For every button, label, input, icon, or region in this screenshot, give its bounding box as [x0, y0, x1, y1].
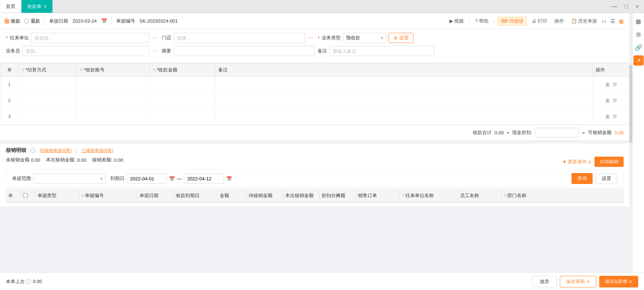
verify-section: 核销明细 i 待核销单据(0笔) | 已核销单据(0笔) 未核销金额 0.00 …: [0, 144, 629, 206]
receipt-radio[interactable]: 收款: [4, 18, 20, 24]
save-new-button[interactable]: 保存&新增 ∧: [599, 276, 638, 287]
store-label: 门店: [162, 35, 171, 41]
print-btn[interactable]: 🖨 打印: [530, 17, 549, 26]
next-arrow[interactable]: ›: [604, 18, 606, 24]
counterparty-more-icon[interactable]: ···: [151, 35, 159, 41]
tab-receipt[interactable]: 收款单 ×: [21, 0, 52, 13]
copy-icon-3[interactable]: ⧉: [613, 113, 617, 119]
form-row-1: * 往来单位 ··· 门店 ··· * 业务类型 预收款 ▾ ⚙: [6, 33, 624, 43]
scroll-thumb[interactable]: [629, 65, 632, 143]
settings-button[interactable]: ⚙ 设置: [389, 33, 413, 43]
store-input[interactable]: [173, 33, 305, 43]
diff-stat: 核销差额: 0.00: [92, 157, 123, 163]
vth-employee: 员工名称: [458, 189, 502, 202]
row-settlement-2[interactable]: [19, 93, 77, 108]
minimize-button[interactable]: —: [609, 3, 620, 11]
list-view-btn[interactable]: ☰: [609, 17, 617, 25]
calendar-icon[interactable]: 📅: [101, 18, 107, 24]
tab-receipt-label: 收款单: [27, 3, 42, 10]
history-btn[interactable]: 📋 历史单据: [569, 17, 599, 26]
vth-gear[interactable]: ⚙: [6, 189, 21, 202]
counterparty-field: * 往来单位 ···: [6, 33, 159, 43]
business-type-label: 业务类型: [322, 35, 341, 41]
help-btn[interactable]: ? 帮助: [473, 17, 490, 26]
range-select[interactable]: ▾: [33, 173, 106, 184]
vth-checkbox[interactable]: [21, 189, 35, 202]
refund-radio[interactable]: 退款: [24, 18, 40, 24]
select-all-checkbox[interactable]: [23, 193, 28, 198]
video-btn[interactable]: ▶ 视频: [447, 17, 466, 26]
sidebar-icon-grid[interactable]: ⊞: [633, 29, 644, 39]
required-star: *: [6, 35, 8, 41]
remarks-input[interactable]: [329, 46, 434, 56]
date-from-input[interactable]: [127, 173, 167, 184]
tab-home[interactable]: 首页: [0, 0, 21, 13]
tab-divider: |: [76, 148, 77, 153]
th-account: ⇅ *收款账号: [77, 63, 150, 76]
bottom-info-icon[interactable]: i: [26, 279, 31, 284]
bottom-info: 本单上次 i 0.00: [6, 278, 42, 285]
vth-gear-icon: ⚙: [8, 193, 13, 198]
row-amount-3[interactable]: [150, 109, 215, 124]
row-account-1[interactable]: [77, 77, 150, 92]
verified-tab[interactable]: 已核销单据(0笔): [82, 148, 113, 154]
due-date-label: 到期日: [110, 175, 125, 182]
date-to-input[interactable]: [184, 173, 224, 184]
receipt-radio-circle: [4, 19, 9, 24]
copy-icon-2[interactable]: ⧉: [613, 97, 617, 103]
operation-btn[interactable]: 操作: [552, 17, 566, 26]
save-draft-button[interactable]: 保存草稿 ∧: [560, 276, 596, 287]
business-type-select[interactable]: 预收款 ▾: [343, 33, 386, 43]
discount-input[interactable]: [535, 128, 579, 137]
row-settlement-1[interactable]: [19, 77, 77, 92]
more-conditions-btn[interactable]: ▼ 更多条件 ∧: [562, 158, 592, 165]
shortcut-btn[interactable]: ⌨ 快捷键: [498, 17, 527, 26]
tab-close-icon[interactable]: ×: [44, 4, 47, 9]
store-more-icon[interactable]: ···: [307, 35, 315, 41]
prev-arrow[interactable]: ‹: [602, 18, 604, 24]
vth-pending: 待核销金额: [247, 189, 283, 202]
salesperson-more-icon[interactable]: ···: [151, 48, 159, 54]
row-amount-2[interactable]: [150, 93, 215, 108]
window-controls: — □ ×: [609, 3, 644, 11]
maximize-button[interactable]: □: [623, 3, 631, 11]
date-value[interactable]: 2023-03-24: [72, 18, 97, 24]
info-icon[interactable]: i: [31, 148, 36, 153]
counterparty-input[interactable]: [31, 33, 149, 43]
copy-icon-1[interactable]: ⧉: [613, 81, 617, 87]
grid-view-btn[interactable]: ▦: [617, 17, 625, 25]
th-gear[interactable]: ⚙: [0, 63, 19, 76]
summary-input[interactable]: [173, 46, 315, 56]
calendar-to-icon[interactable]: 📅: [226, 176, 232, 181]
sidebar-icon-expand[interactable]: ↗: [633, 55, 644, 66]
row-account-3[interactable]: [77, 109, 150, 124]
row-remarks-1[interactable]: [215, 77, 593, 92]
delete-icon-2[interactable]: 🗑: [605, 98, 610, 103]
verify-stats: 未核销金额 0.00 本次核销金额: 0.00 核销差额: 0.00: [6, 157, 123, 163]
query-button[interactable]: 查询: [572, 173, 593, 184]
row-amount-1[interactable]: [150, 77, 215, 92]
delete-icon-1[interactable]: 🗑: [605, 82, 610, 87]
pending-tab[interactable]: 待核销单据(0笔): [40, 148, 72, 154]
delete-icon-3[interactable]: 🗑: [605, 114, 610, 119]
salesperson-input[interactable]: [22, 46, 149, 56]
unverified-label: 未核销金额: [6, 157, 30, 163]
calendar-from-icon[interactable]: 📅: [169, 176, 175, 181]
row-remarks-3[interactable]: [215, 109, 593, 124]
vth-discount: 折扣分摊额: [319, 189, 356, 202]
nav-arrows: ‹ ›: [602, 18, 606, 24]
auto-verify-button[interactable]: 自动核销: [594, 157, 624, 167]
vth-current: 本次核销金额: [283, 189, 319, 202]
business-type-field: * 业务类型 预收款 ▾ ⚙ 设置: [318, 33, 434, 43]
close-button[interactable]: ×: [633, 3, 641, 11]
sidebar-icon-table[interactable]: ▦: [633, 16, 644, 26]
th-settlement: ⇅ *结算方式: [19, 63, 77, 76]
row-account-2[interactable]: [77, 93, 150, 108]
diff-label: 核销差额:: [92, 157, 113, 163]
row-settlement-3[interactable]: [19, 109, 77, 124]
filter-settings-button[interactable]: 设置: [596, 173, 617, 184]
table-row: 1 🗑 ⧉: [0, 77, 629, 93]
row-remarks-2[interactable]: [215, 93, 593, 108]
discard-button[interactable]: 放弃: [532, 276, 557, 287]
sidebar-icon-link[interactable]: 🔗: [633, 42, 644, 52]
